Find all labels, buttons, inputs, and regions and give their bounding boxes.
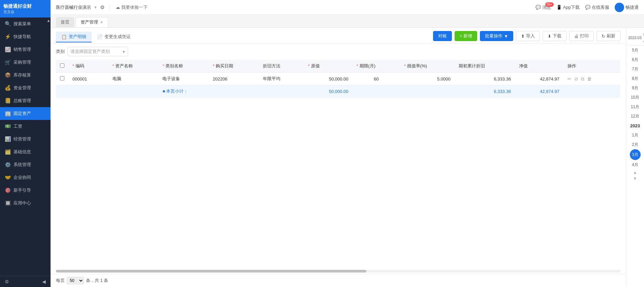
select-all-checkbox[interactable] bbox=[60, 63, 64, 68]
subtab-asset-detail[interactable]: 📋 资产明细 bbox=[56, 32, 92, 42]
sidebar-item-采购管理[interactable]: 🛒采购管理 bbox=[0, 56, 51, 69]
duplicate-icon[interactable]: ⧉ bbox=[581, 76, 584, 82]
sidebar-scroll-up[interactable]: ▲ bbox=[46, 18, 51, 24]
edit-icon[interactable]: ✏ bbox=[568, 76, 572, 82]
panel-close-btn[interactable]: ✕ bbox=[642, 32, 644, 38]
sidebar-label-14: 应用中心 bbox=[13, 200, 31, 206]
month-list: 5月6月7月8月9月10月11月12月20231月2月3月4月▲▼ bbox=[626, 45, 644, 182]
subtotal-net-value: 42,874.97 bbox=[515, 85, 563, 98]
month-item-4月[interactable]: 4月 bbox=[628, 160, 642, 169]
panel-up-btn[interactable]: ▲ bbox=[633, 169, 638, 176]
sidebar-item-库存核算[interactable]: 📦库存核算 bbox=[0, 69, 51, 82]
app-subtitle: 普及版 bbox=[3, 9, 14, 14]
main-area: 医疗器械行业演示 ▾ ⚙ ☁ 我要体验一下 💬 消息 99+ 📱 App下载 💬… bbox=[51, 0, 644, 287]
settings-gear-icon[interactable]: ⚙ bbox=[100, 4, 104, 10]
year-marker: 2023 bbox=[628, 121, 642, 130]
account-btn[interactable]: 对账 bbox=[433, 31, 452, 41]
company-name[interactable]: 医疗器械行业演示 bbox=[56, 4, 91, 10]
company-dropdown-icon[interactable]: ▾ bbox=[94, 5, 97, 10]
th-net-value: 净值 bbox=[515, 60, 563, 73]
category-select[interactable]: 请选择固定资产类别 ▾ bbox=[67, 47, 128, 56]
tabbar: 首页 资产管理 ✕ bbox=[51, 15, 644, 28]
avatar: 👤 bbox=[615, 3, 624, 12]
sidebar-item-新手引导[interactable]: 🎯新手引导 bbox=[0, 184, 51, 197]
subtotal-empty2 bbox=[109, 85, 159, 98]
sidebar-item-搜索菜单[interactable]: 🔍搜索菜单 bbox=[0, 18, 51, 30]
subtotal-residual bbox=[400, 85, 455, 98]
message-btn[interactable]: 💬 消息 99+ bbox=[535, 4, 551, 10]
sidebar-item-经营管理[interactable]: 📊经营管理 bbox=[0, 133, 51, 146]
sidebar-label-10: 基础信息 bbox=[13, 149, 31, 155]
panel-down-btn[interactable]: ▼ bbox=[633, 176, 638, 182]
cell-code: 000001 bbox=[68, 73, 109, 85]
service-btn[interactable]: 💬 在线客服 bbox=[585, 4, 609, 10]
per-page-select[interactable]: 50 100 bbox=[67, 277, 84, 284]
select-arrow-icon: ▾ bbox=[123, 49, 125, 54]
subtotal-action bbox=[563, 85, 620, 98]
sidebar-icon-7: 🏢 bbox=[5, 110, 11, 117]
dl-label: 下载 bbox=[553, 33, 561, 39]
download-btn[interactable]: 📱 App下载 bbox=[556, 4, 580, 10]
month-item-prev-5月[interactable]: 5月 bbox=[628, 45, 642, 55]
cell-accumulated: 6,333.36 bbox=[455, 73, 515, 85]
batch-btn[interactable]: 批量操作 ▼ bbox=[480, 31, 513, 41]
th-code: 编码 bbox=[68, 60, 109, 73]
delete-icon[interactable]: 🗑 bbox=[587, 76, 592, 82]
month-item-prev-7月[interactable]: 7月 bbox=[628, 64, 642, 74]
th-accumulated: 期初累计折旧 bbox=[455, 60, 515, 73]
refresh-btn[interactable]: ↻ 刷新 bbox=[596, 31, 620, 41]
sidebar-item-总账管理[interactable]: 📒总账管理 bbox=[0, 94, 51, 107]
sidebar-item-资金管理[interactable]: 💰资金管理 bbox=[0, 82, 51, 94]
th-period: 期限(月) bbox=[352, 60, 400, 73]
th-name: 资产名称 bbox=[109, 60, 159, 73]
sidebar-item-企业协同[interactable]: 🤝企业协同 bbox=[0, 171, 51, 184]
month-item-prev-8月[interactable]: 8月 bbox=[628, 74, 642, 83]
dl-icon: ⬇ bbox=[548, 34, 551, 39]
sidebar-item-基础信息[interactable]: 🗂️基础信息 bbox=[0, 146, 51, 158]
print-btn[interactable]: 🖨 打印 bbox=[569, 31, 594, 41]
month-item-prev-11月[interactable]: 11月 bbox=[628, 102, 642, 111]
table-header-row: 编码 资产名称 类别名称 购买日期 折旧方法 原值 期限(月) 残值率(%) 期… bbox=[56, 60, 620, 73]
month-item-1月[interactable]: 1月 bbox=[628, 130, 642, 140]
cell-original-value: 50,000.00 bbox=[304, 73, 352, 85]
tab-assets[interactable]: 资产管理 ✕ bbox=[75, 17, 108, 27]
sidebar-icon-1: ⚡ bbox=[5, 34, 11, 40]
sidebar-item-快捷导航[interactable]: ⚡快捷导航 bbox=[0, 30, 51, 43]
sidebar-icon-11: ⚙️ bbox=[5, 162, 11, 168]
sidebar-label-8: 工资 bbox=[13, 123, 22, 129]
subtab-voucher[interactable]: 📄 变更生成凭证 bbox=[92, 32, 136, 42]
copy-icon[interactable]: ⊘ bbox=[574, 76, 578, 82]
month-item-prev-12月[interactable]: 12月 bbox=[628, 111, 642, 121]
sidebar-item-系统管理[interactable]: ⚙️系统管理 bbox=[0, 158, 51, 171]
trial-text[interactable]: 我要体验一下 bbox=[121, 4, 148, 10]
sidebar-item-应用中心[interactable]: 🔲应用中心 bbox=[0, 197, 51, 210]
subtotal-accumulated: 6,333.36 bbox=[455, 85, 515, 98]
tab-close-icon[interactable]: ✕ bbox=[100, 20, 103, 25]
message-badge: 99+ bbox=[545, 2, 554, 7]
right-panel-year: 2023.03 bbox=[628, 36, 642, 40]
batch-arrow-icon: ▼ bbox=[504, 34, 508, 39]
new-btn[interactable]: + 新增 bbox=[455, 31, 477, 41]
month-item-2月[interactable]: 2月 bbox=[628, 140, 642, 149]
sidebar-item-固定资产[interactable]: 🏢固定资产 bbox=[0, 107, 51, 120]
sidebar-icon-13: 🎯 bbox=[5, 187, 11, 193]
horizontal-scrollbar[interactable] bbox=[56, 270, 620, 273]
sidebar-item-销售管理[interactable]: 📈销售管理 bbox=[0, 43, 51, 56]
sidebar-icon-4: 📦 bbox=[5, 72, 11, 78]
row-checkbox-0[interactable] bbox=[60, 76, 64, 81]
download-btn[interactable]: ⬇ 下载 bbox=[543, 31, 566, 41]
panel-expand-btn[interactable]: ⤢ bbox=[642, 38, 644, 44]
import-btn[interactable]: ⬆ 导入 bbox=[516, 31, 540, 41]
collapse-icon[interactable]: ◀ bbox=[42, 279, 46, 284]
month-item-prev-6月[interactable]: 6月 bbox=[628, 55, 642, 64]
month-item-3月[interactable]: 3月 bbox=[630, 149, 641, 160]
settings-icon[interactable]: ⚙ bbox=[5, 279, 9, 284]
sidebar-icon-12: 🤝 bbox=[5, 174, 11, 181]
sidebar-item-工资[interactable]: 💵工资 bbox=[0, 120, 51, 133]
month-item-prev-9月[interactable]: 9月 bbox=[628, 83, 642, 93]
subtab-bar: 📋 资产明细 📄 变更生成凭证 对账 + 新增 批量操作 ▼ bbox=[51, 28, 626, 43]
month-item-prev-10月[interactable]: 10月 bbox=[628, 93, 642, 102]
tab-home[interactable]: 首页 bbox=[56, 17, 74, 27]
bottom-bar: 每页 50 100 条，共 1 条 bbox=[51, 274, 626, 287]
user-area[interactable]: 👤 畅捷通 bbox=[615, 3, 639, 12]
